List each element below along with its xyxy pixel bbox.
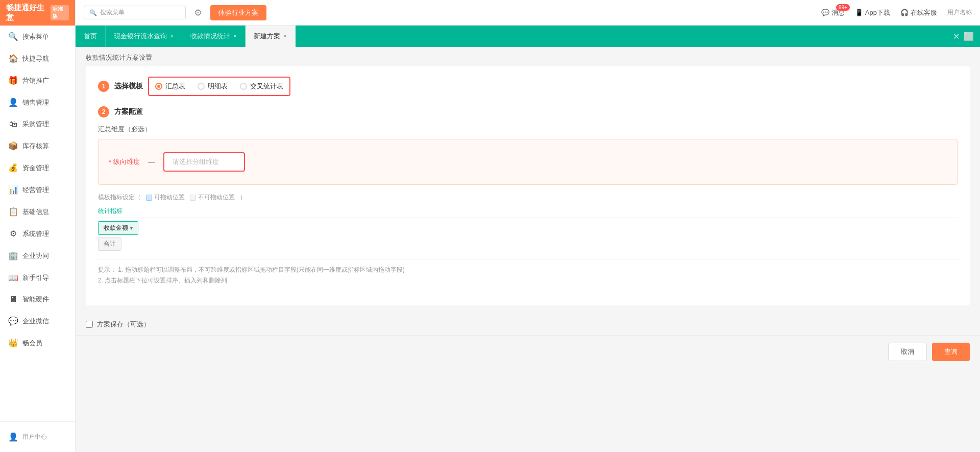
sidebar-label-guide: 新手引导: [22, 273, 49, 282]
config-section: 汇总维度（必选） * 纵向维度 — 请选择分组维度: [98, 125, 958, 285]
tab-label-collection: 收款情况统计: [190, 32, 230, 41]
dimension-title: 汇总维度（必选）: [98, 125, 958, 134]
sidebar-label-hardware: 智能硬件: [22, 295, 49, 304]
wechat-icon: 💬: [8, 316, 18, 326]
metric-sub-total[interactable]: 合计: [98, 237, 121, 251]
sidebar-item-marketing[interactable]: 🎁 营销推广: [0, 69, 75, 91]
step1-header: 1 选择模板 汇总表 明细表 交叉统计表: [98, 77, 958, 96]
tab-collection[interactable]: 收款情况统计×: [182, 26, 246, 47]
sidebar-label-member: 畅会员: [22, 339, 42, 348]
plan-save-row: 方案保存（可选）: [76, 314, 980, 335]
step2-title: 方案配置: [114, 107, 143, 116]
sidebar-label-inventory: 库存核算: [22, 141, 49, 151]
step2-section: 2 方案配置 汇总维度（必选） * 纵向维度: [98, 106, 958, 285]
inventory-icon: 📦: [8, 141, 18, 151]
guide-icon: 📖: [8, 273, 18, 282]
tabbar-controls: ✕ ⬜: [947, 26, 980, 47]
radio-summary[interactable]: 汇总表: [155, 82, 185, 91]
maximize-icon[interactable]: ⬜: [964, 32, 974, 41]
save-checkbox[interactable]: [86, 321, 93, 328]
metrics-grid: 收款金额 ▾: [98, 221, 958, 235]
gear-icon[interactable]: ⚙: [194, 7, 202, 18]
sidebar-item-wechat[interactable]: 💬 企业微信: [0, 310, 75, 332]
sidebar-item-hardware[interactable]: 🖥 智能硬件: [0, 289, 75, 310]
metric-chip-collection[interactable]: 收款金额 ▾: [98, 221, 138, 235]
radio-circle-summary: [155, 83, 162, 90]
message-wrap: 💬 消息 99+: [821, 8, 845, 17]
topbar-right: 💬 消息 99+ 📱 App下载 🎧 在线客服 用户名称: [821, 8, 972, 17]
sidebar-label-basic: 基础信息: [22, 207, 49, 217]
metrics-area: 统计指标 收款金额 ▾ 合计: [98, 207, 958, 251]
arrow-icon: —: [148, 158, 155, 166]
sidebar-item-finance[interactable]: 💰 资金管理: [0, 157, 75, 179]
movable-label: 可拖动位置: [154, 193, 185, 202]
user-name: 用户名称: [947, 8, 972, 17]
dimension-placeholder: 请选择分组维度: [173, 158, 219, 165]
sidebar-label-marketing: 营销推广: [22, 76, 49, 85]
sidebar-label-sales: 销售管理: [22, 98, 49, 107]
sidebar-item-quick-nav[interactable]: 🏠 快捷导航: [0, 47, 75, 69]
chevron-down-icon: ▾: [130, 225, 133, 231]
dimension-select[interactable]: 请选择分组维度: [163, 152, 245, 172]
tip-icon-2: 2.: [98, 277, 105, 284]
tips-section: 提示： 1. 拖动标题栏可以调整布局，不可跨维度或指标区域拖动栏目字段(只能在同…: [98, 259, 958, 285]
tip-icon-1: 提示： 1.: [98, 266, 125, 273]
operations-icon: 📊: [8, 185, 18, 195]
step1-section: 1 选择模板 汇总表 明细表 交叉统计表: [98, 77, 958, 96]
vertical-dim-label: * 纵向维度: [109, 157, 140, 166]
sidebar-item-system[interactable]: ⚙ 系统管理: [0, 223, 75, 245]
purchase-icon: 🛍: [8, 120, 18, 129]
sales-icon: 👤: [8, 98, 18, 107]
tab-home[interactable]: 首页: [76, 26, 106, 47]
dimension-row: * 纵向维度 — 请选择分组维度: [109, 152, 245, 172]
service-icon: 🎧: [900, 9, 909, 16]
form-container: 1 选择模板 汇总表 明细表 交叉统计表: [86, 66, 970, 305]
tab-new_plan[interactable]: 新建方案×: [246, 26, 296, 47]
query-button[interactable]: 查询: [932, 343, 970, 361]
download-icon: 📱: [855, 9, 863, 16]
sidebar-item-guide[interactable]: 📖 新手引导: [0, 267, 75, 289]
radio-cross[interactable]: 交叉统计表: [240, 82, 283, 91]
tip-line-2: 2. 点击标题栏下拉可设置排序、插入列和删除列: [98, 276, 958, 285]
cancel-button[interactable]: 取消: [888, 343, 927, 361]
content-area: 收款情况统计方案设置 1 选择模板 汇总表 明细表: [76, 47, 980, 452]
search-box[interactable]: 🔍 搜索菜单: [84, 6, 186, 19]
search-placeholder: 搜索菜单: [100, 8, 125, 17]
sidebar-item-purchase[interactable]: 🛍 采购管理: [0, 113, 75, 135]
sidebar: 畅捷通好生意 标准版 🔍 搜索菜单 🏠 快捷导航 🎁 营销推广 👤 销售管理 🛍…: [0, 0, 76, 452]
sidebar-item-enterprise[interactable]: 🏢 企业协同: [0, 245, 75, 267]
tab-close-new_plan[interactable]: ×: [283, 33, 287, 40]
sidebar-item-operations[interactable]: 📊 经营管理: [0, 179, 75, 201]
sidebar-item-basic[interactable]: 📋 基础信息: [0, 201, 75, 223]
sidebar-item-bottom1[interactable]: 👤 用户中心: [0, 426, 75, 448]
tip-text-1: 拖动标题栏可以调整布局，不可跨维度或指标区域拖动栏目字段(只能在同一维度或指标区…: [125, 266, 405, 273]
tab-close-collection[interactable]: ×: [233, 33, 237, 40]
sidebar-item-member[interactable]: 👑 畅会员: [0, 332, 75, 354]
trial-button[interactable]: 体验行业方案: [210, 5, 266, 20]
download-label: App下载: [865, 8, 890, 17]
service-button[interactable]: 🎧 在线客服: [900, 8, 937, 17]
sidebar-item-sales[interactable]: 👤 销售管理: [0, 91, 75, 113]
logo: 畅捷通好生意 标准版: [0, 0, 75, 26]
member-icon: 👑: [8, 338, 18, 348]
save-label: 方案保存（可选）: [97, 320, 150, 329]
template-options: 汇总表 明细表 交叉统计表: [148, 77, 290, 96]
tabbar: 首页现金银行流水查询×收款情况统计×新建方案× ✕ ⬜: [76, 26, 980, 47]
radio-circle-detail: [198, 83, 205, 90]
search-icon: 🔍: [8, 32, 18, 41]
marketing-icon: 🎁: [8, 76, 18, 85]
main-area: 🔍 搜索菜单 ⚙ 体验行业方案 💬 消息 99+ 📱 App下载 🎧 在线客服 …: [76, 0, 980, 452]
radio-detail[interactable]: 明细表: [198, 82, 228, 91]
hardware-icon: 🖥: [8, 295, 18, 304]
metric-sub-label: 合计: [104, 240, 116, 247]
quick-nav-icon: 🏠: [8, 54, 18, 63]
tab-bank[interactable]: 现金银行流水查询×: [106, 26, 182, 47]
finance-icon: 💰: [8, 163, 18, 173]
sidebar-item-search[interactable]: 🔍 搜索菜单: [0, 26, 75, 47]
close-window-icon[interactable]: ✕: [953, 32, 960, 41]
download-button[interactable]: 📱 App下载: [855, 8, 890, 17]
sidebar-item-inventory[interactable]: 📦 库存核算: [0, 135, 75, 157]
sidebar-label-enterprise: 企业协同: [22, 251, 49, 260]
tab-close-bank[interactable]: ×: [170, 33, 174, 40]
logo-text: 畅捷通好生意: [6, 3, 48, 22]
